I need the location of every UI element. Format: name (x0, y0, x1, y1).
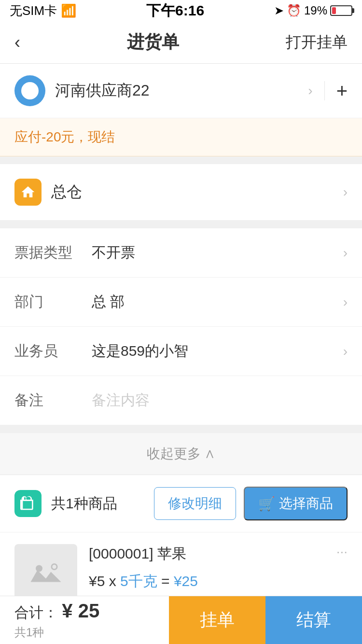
department-value: 总 部 (82, 292, 343, 312)
modify-detail-button[interactable]: 修改明细 (154, 487, 236, 520)
product-header: 共1种商品 修改明细 🛒 选择商品 (0, 475, 362, 532)
select-icon: 🛒 (258, 496, 275, 512)
note-placeholder: 备注内容 (82, 391, 348, 410)
unit-price: ¥5 x (89, 573, 120, 589)
warehouse-section: 总仓 › (0, 164, 362, 221)
collapse-label: 收起更多 ∧ (147, 445, 216, 463)
total-amount: ¥ 25 (62, 600, 99, 621)
total-sub: 共1种 (14, 625, 154, 640)
invoice-type-label: 票据类型 (14, 243, 82, 263)
invoice-type-value: 不开票 (82, 243, 343, 263)
status-left: 无SIM卡 📶 (10, 2, 76, 19)
invoice-chevron-icon: › (343, 245, 348, 261)
add-supplier-button[interactable]: + (336, 80, 348, 102)
note-row[interactable]: 备注 备注内容 (0, 376, 362, 425)
equals: = (161, 573, 174, 589)
warning-text: 应付-20元，现结 (14, 129, 115, 144)
status-time: 下午6:16 (146, 1, 204, 21)
status-right: ➤ ⏰ 19% (274, 4, 352, 17)
total-price: ¥25 (174, 573, 198, 589)
supplier-chevron-icon: › (308, 83, 312, 98)
warehouse-name: 总仓 (51, 182, 343, 203)
department-row[interactable]: 部门 总 部 › (0, 278, 362, 327)
total-label: 合计： (14, 604, 58, 620)
salesperson-row[interactable]: 业务员 这是859的小智 › (0, 327, 362, 376)
product-title: 苹果 (157, 546, 186, 561)
page-title: 进货单 (127, 30, 179, 54)
product-more-button[interactable]: ··· (336, 544, 348, 560)
supplier-avatar (14, 75, 45, 106)
total-main: 合计： ¥ 25 (14, 600, 154, 623)
battery-icon (330, 5, 352, 16)
wifi-icon: 📶 (61, 3, 76, 18)
warehouse-row[interactable]: 总仓 › (0, 164, 362, 221)
product-thumb-placeholder (29, 559, 63, 592)
select-product-label: 选择商品 (279, 494, 333, 513)
nav-bar: ‹ 进货单 打开挂单 (0, 21, 362, 64)
collapse-toggle[interactable]: 收起更多 ∧ (0, 433, 362, 475)
product-info: [0000001] 苹果 ¥5 x 5千克 = ¥25 (89, 544, 336, 591)
product-price: ¥5 x 5千克 = ¥25 (89, 572, 336, 591)
quantity: 5千克 (120, 573, 157, 589)
location-icon: ➤ (274, 4, 284, 17)
carrier-label: 无SIM卡 (10, 2, 57, 19)
warning-banner: 应付-20元，现结 (0, 118, 362, 156)
select-product-button[interactable]: 🛒 选择商品 (244, 487, 348, 520)
back-button[interactable]: ‹ (14, 32, 20, 53)
checkout-button[interactable]: 结算 (265, 596, 362, 644)
form-section: 票据类型 不开票 › 部门 总 部 › 业务员 这是859的小智 › 备注 备注… (0, 228, 362, 425)
home-icon (20, 184, 36, 200)
alarm-icon: ⏰ (287, 4, 301, 17)
warehouse-chevron-icon: › (343, 184, 348, 200)
product-count-text: 共1种商品 (51, 494, 154, 514)
status-bar: 无SIM卡 📶 下午6:16 ➤ ⏰ 19% (0, 0, 362, 21)
supplier-name: 河南供应商22 (55, 80, 308, 101)
supplier-row[interactable]: 河南供应商22 › + (0, 64, 362, 118)
page-content: 河南供应商22 › + 应付-20元，现结 总仓 › 票据类型 不开票 › (0, 64, 362, 644)
department-label: 部门 (14, 292, 82, 312)
bag-icon (20, 496, 36, 511)
product-placeholder-icon (29, 559, 63, 588)
note-label: 备注 (14, 391, 82, 410)
warehouse-icon (14, 179, 42, 206)
product-name: [0000001] 苹果 (89, 544, 336, 564)
vertical-divider (324, 81, 325, 100)
product-count-icon (14, 490, 42, 517)
salesperson-value: 这是859的小智 (82, 341, 343, 361)
invoice-type-row[interactable]: 票据类型 不开票 › (0, 228, 362, 278)
svg-point-0 (36, 565, 42, 572)
battery-pct: 19% (304, 4, 327, 17)
open-hang-button[interactable]: 打开挂单 (286, 32, 348, 53)
hang-button[interactable]: 挂单 (169, 596, 265, 644)
department-chevron-icon: › (343, 294, 348, 310)
salesperson-chevron-icon: › (343, 344, 348, 359)
footer-bar: 合计： ¥ 25 共1种 挂单 结算 (0, 596, 362, 644)
footer-total: 合计： ¥ 25 共1种 (0, 600, 169, 640)
salesperson-label: 业务员 (14, 341, 82, 361)
supplier-section: 河南供应商22 › + 应付-20元，现结 (0, 64, 362, 156)
product-code: [0000001] (89, 546, 157, 561)
svg-point-1 (52, 564, 57, 569)
